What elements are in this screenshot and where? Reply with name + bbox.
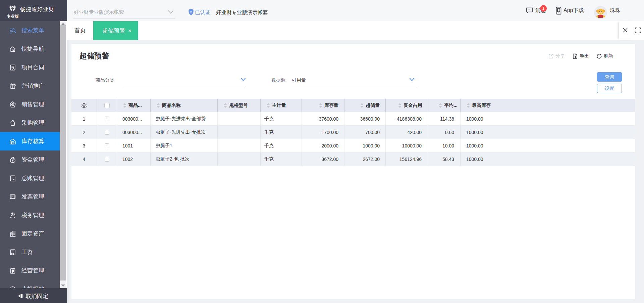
svg-text:企: 企 — [190, 10, 193, 14]
